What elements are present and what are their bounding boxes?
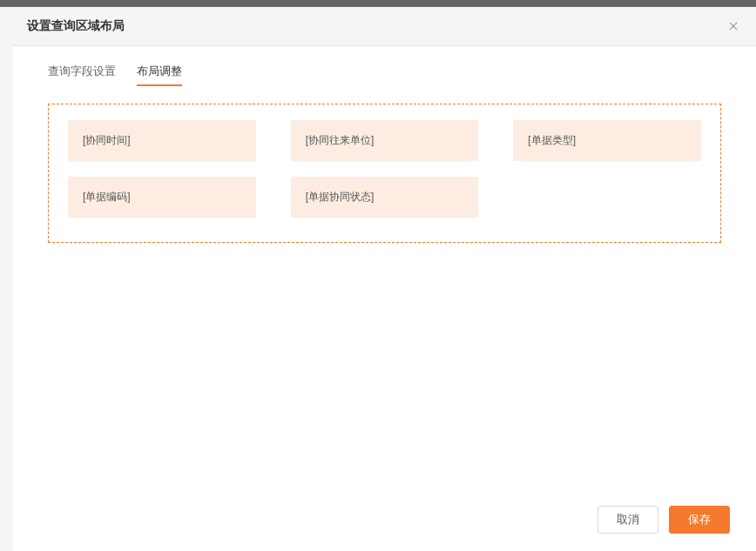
close-button[interactable] [725,17,742,35]
tab-layout-adjustment[interactable]: 布局调整 [137,64,182,86]
field-chip-collab-status[interactable]: [单据协同状态] [291,177,479,218]
layout-drop-zone[interactable]: [协同时间] [协同往来单位] [单据类型] [单据编码] [单据协同状态] [48,104,721,243]
close-icon [727,20,739,32]
field-chip-collab-unit[interactable]: [协同往来单位] [291,120,479,161]
backdrop-top [0,0,756,7]
tab-query-field-settings[interactable]: 查询字段设置 [48,64,116,86]
tabs: 查询字段设置 布局调整 [48,64,721,86]
field-chip-document-code[interactable]: [单据编码] [68,177,256,218]
modal-header: 设置查询区域布局 [13,7,756,46]
field-chip-document-type[interactable]: [单据类型] [513,120,701,161]
layout-settings-modal: 设置查询区域布局 查询字段设置 布局调整 [协同时间] [协同往来单位] [单据… [13,7,756,551]
field-chip-collab-time[interactable]: [协同时间] [68,120,256,161]
backdrop-left [0,7,13,551]
cancel-button[interactable]: 取消 [597,506,658,534]
modal-footer: 取消 保存 [13,494,756,551]
save-button[interactable]: 保存 [669,506,730,534]
modal-body: 查询字段设置 布局调整 [协同时间] [协同往来单位] [单据类型] [单据编码… [13,46,756,494]
field-grid: [协同时间] [协同往来单位] [单据类型] [单据编码] [单据协同状态] [68,120,701,218]
modal-title: 设置查询区域布局 [27,18,125,34]
